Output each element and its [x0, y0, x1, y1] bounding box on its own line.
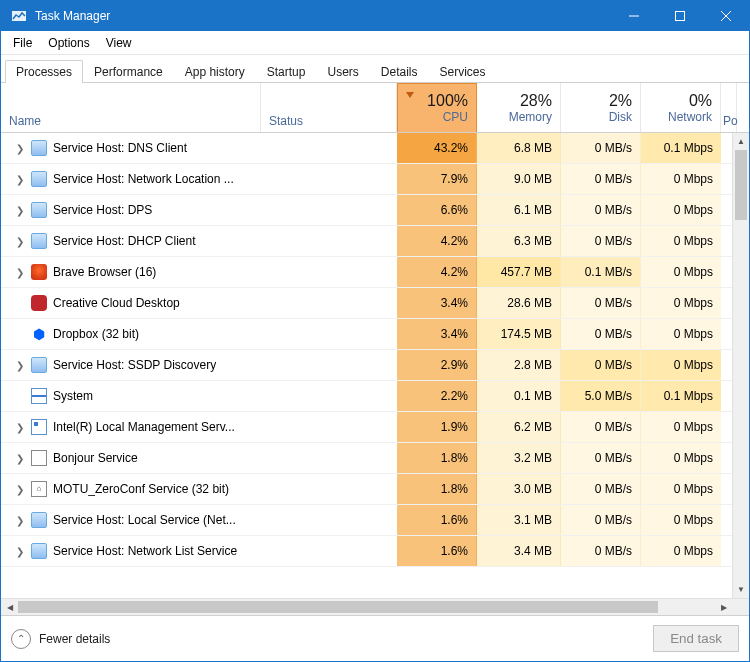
tab-performance[interactable]: Performance	[83, 60, 174, 83]
col-network[interactable]: 0% Network	[641, 83, 721, 132]
hscroll-thumb[interactable]	[18, 601, 658, 613]
cell-network: 0 Mbps	[641, 350, 721, 380]
process-row[interactable]: ❯Intel(R) Local Management Serv...1.9%6.…	[1, 412, 749, 443]
process-row[interactable]: ❯Service Host: SSDP Discovery2.9%2.8 MB0…	[1, 350, 749, 381]
gear-icon	[31, 171, 47, 187]
process-name: Intel(R) Local Management Serv...	[53, 420, 235, 434]
cell-name: ❯Intel(R) Local Management Serv...	[1, 412, 261, 442]
process-name: Service Host: Network List Service	[53, 544, 237, 558]
bonjour-icon	[31, 450, 47, 466]
column-headers: Name Status 100% CPU 28% Memory 2% Disk …	[1, 83, 749, 133]
col-disk[interactable]: 2% Disk	[561, 83, 641, 132]
cell-disk: 0 MB/s	[561, 412, 641, 442]
gear-icon	[31, 202, 47, 218]
cell-network: 0 Mbps	[641, 319, 721, 349]
end-task-button[interactable]: End task	[653, 625, 739, 652]
tab-users[interactable]: Users	[316, 60, 369, 83]
process-name: Dropbox (32 bit)	[53, 327, 139, 341]
col-cpu[interactable]: 100% CPU	[397, 83, 477, 132]
expand-icon[interactable]: ❯	[9, 484, 31, 495]
expand-icon[interactable]: ❯	[9, 174, 31, 185]
cell-status	[261, 381, 397, 411]
process-row[interactable]: ❯Service Host: Network Location ...7.9%9…	[1, 164, 749, 195]
process-row[interactable]: System2.2%0.1 MB5.0 MB/s0.1 Mbps	[1, 381, 749, 412]
expand-icon[interactable]: ❯	[9, 143, 31, 154]
menu-file[interactable]: File	[5, 33, 40, 53]
tab-strip: Processes Performance App history Startu…	[1, 55, 749, 83]
svg-rect-2	[676, 12, 685, 21]
tab-details[interactable]: Details	[370, 60, 429, 83]
close-button[interactable]	[703, 1, 749, 31]
process-row[interactable]: ❯Service Host: DPS6.6%6.1 MB0 MB/s0 Mbps	[1, 195, 749, 226]
cell-memory: 0.1 MB	[477, 381, 561, 411]
cell-disk: 0 MB/s	[561, 474, 641, 504]
scroll-right-icon[interactable]: ▶	[715, 603, 732, 612]
window-title: Task Manager	[35, 9, 110, 23]
cell-name: ⬢Dropbox (32 bit)	[1, 319, 261, 349]
cell-disk: 0 MB/s	[561, 288, 641, 318]
cell-status	[261, 257, 397, 287]
col-name[interactable]: Name	[1, 83, 261, 132]
scroll-down-icon[interactable]: ▼	[733, 581, 749, 598]
cell-memory: 9.0 MB	[477, 164, 561, 194]
scroll-thumb[interactable]	[735, 150, 747, 220]
cell-disk: 0 MB/s	[561, 505, 641, 535]
horizontal-scrollbar[interactable]: ◀ ▶	[1, 598, 749, 615]
vertical-scrollbar[interactable]: ▲ ▼	[732, 133, 749, 598]
process-row[interactable]: ❯Service Host: DHCP Client4.2%6.3 MB0 MB…	[1, 226, 749, 257]
cell-status	[261, 133, 397, 163]
process-row[interactable]: ❯Bonjour Service1.8%3.2 MB0 MB/s0 Mbps	[1, 443, 749, 474]
fewer-details-button[interactable]: ⌃ Fewer details	[11, 629, 110, 649]
menu-options[interactable]: Options	[40, 33, 97, 53]
cell-cpu: 1.9%	[397, 412, 477, 442]
cell-status	[261, 536, 397, 566]
scroll-left-icon[interactable]: ◀	[1, 603, 18, 612]
gear-icon	[31, 543, 47, 559]
process-name: Brave Browser (16)	[53, 265, 156, 279]
expand-icon[interactable]: ❯	[9, 546, 31, 557]
scroll-up-icon[interactable]: ▲	[733, 133, 749, 150]
expand-icon[interactable]: ❯	[9, 360, 31, 371]
col-status[interactable]: Status	[261, 83, 397, 132]
tab-app-history[interactable]: App history	[174, 60, 256, 83]
tab-startup[interactable]: Startup	[256, 60, 317, 83]
cell-cpu: 6.6%	[397, 195, 477, 225]
expand-icon[interactable]: ❯	[9, 453, 31, 464]
process-row[interactable]: ⬢Dropbox (32 bit)3.4%174.5 MB0 MB/s0 Mbp…	[1, 319, 749, 350]
cell-status	[261, 288, 397, 318]
expand-icon[interactable]: ❯	[9, 236, 31, 247]
maximize-button[interactable]	[657, 1, 703, 31]
process-row[interactable]: Creative Cloud Desktop3.4%28.6 MB0 MB/s0…	[1, 288, 749, 319]
process-row[interactable]: ❯Service Host: Local Service (Net...1.6%…	[1, 505, 749, 536]
cell-network: 0.1 Mbps	[641, 381, 721, 411]
cell-cpu: 1.6%	[397, 505, 477, 535]
cell-disk: 0 MB/s	[561, 195, 641, 225]
process-row[interactable]: ❯Service Host: Network List Service1.6%3…	[1, 536, 749, 567]
col-memory[interactable]: 28% Memory	[477, 83, 561, 132]
cell-name: ❯Service Host: Local Service (Net...	[1, 505, 261, 535]
process-grid: Name Status 100% CPU 28% Memory 2% Disk …	[1, 83, 749, 615]
cell-cpu: 2.2%	[397, 381, 477, 411]
process-name: Service Host: Network Location ...	[53, 172, 234, 186]
process-row[interactable]: ❯Service Host: DNS Client43.2%6.8 MB0 MB…	[1, 133, 749, 164]
cell-memory: 174.5 MB	[477, 319, 561, 349]
minimize-button[interactable]	[611, 1, 657, 31]
col-extra[interactable]: Po	[721, 83, 737, 132]
process-row[interactable]: ❯Brave Browser (16)4.2%457.7 MB0.1 MB/s0…	[1, 257, 749, 288]
expand-icon[interactable]: ❯	[9, 267, 31, 278]
expand-icon[interactable]: ❯	[9, 205, 31, 216]
cell-disk: 0.1 MB/s	[561, 257, 641, 287]
expand-icon[interactable]: ❯	[9, 422, 31, 433]
cell-network: 0 Mbps	[641, 164, 721, 194]
process-row[interactable]: ❯⌂MOTU_ZeroConf Service (32 bit)1.8%3.0 …	[1, 474, 749, 505]
tab-services[interactable]: Services	[429, 60, 497, 83]
expand-icon[interactable]: ❯	[9, 515, 31, 526]
cell-name: ❯Service Host: DNS Client	[1, 133, 261, 163]
cell-cpu: 4.2%	[397, 257, 477, 287]
cell-network: 0 Mbps	[641, 257, 721, 287]
cell-cpu: 2.9%	[397, 350, 477, 380]
menu-view[interactable]: View	[98, 33, 140, 53]
cell-cpu: 3.4%	[397, 288, 477, 318]
cell-name: ❯Brave Browser (16)	[1, 257, 261, 287]
tab-processes[interactable]: Processes	[5, 60, 83, 83]
